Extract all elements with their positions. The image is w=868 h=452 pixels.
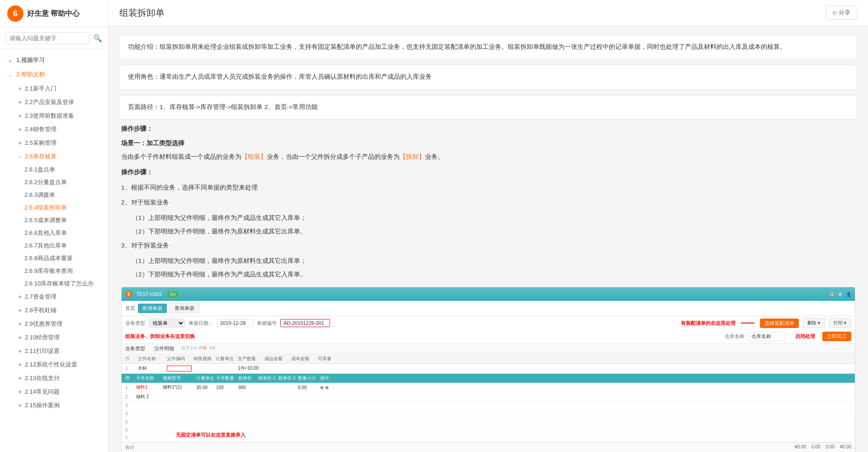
sidebar-item-s265[interactable]: 2.6.5成本调整单 [21,214,108,227]
sidebar-item-s269[interactable]: 2.6.9库存账本查询 [21,265,108,277]
sidebar-item-c26[interactable]: － 2.6库存核算 [14,150,108,163]
app-tab-home[interactable]: 首页 [125,305,135,312]
app-tab-query[interactable]: 查询单据 [170,303,199,314]
parent-code-input[interactable] [168,366,191,371]
date-field[interactable]: 2019-12-28 [217,319,253,327]
confirm-btn[interactable]: 立即完工 [822,332,851,341]
operations-section: 操作步骤： 场景一：加工类型选择 当由多个子件材料组装成一个成品的业务为【组装】… [119,125,857,452]
sidebar-item-s2610[interactable]: 2.6.10库存账本错了怎么办 [21,277,108,290]
operations-label: 操作步骤： [121,168,855,176]
store-field[interactable]: 仓库名称 [748,332,784,341]
upper-table-header: 序 父件名称 父件编码 销售规格 计量单位 生产数量 成品金额 成本金额 可库量 [122,354,855,364]
parent-note: 以下小计 件数: 1件 [181,345,216,352]
app-screenshot-container: 6 TEST-H002 On 🏥 ⚙ 👤 首页 [121,287,855,452]
app-health-btn: 🏥 [829,292,835,297]
plus-icon-c29: ＋ [17,320,25,327]
lower-table: 序 子件名称 规格型号 计量单位 子件数量 税单价 税单价-1 税单价-2 数量… [122,374,855,452]
no-field[interactable]: AD-20191226-001 [280,319,330,327]
step1-text: 1、根据不同的业务，选择不同单据的类型来处理 [121,182,855,194]
nav-section-2: － 2.帮助文档 ＋ 2.1新手入门 ＋ 2.2产品安装及登录 ＋ 2.3使用前… [0,67,108,412]
disassembly-label: 【拆卸】 [400,153,425,160]
nav-sub-children-c26: 2.6.1盘点单 2.6.2分量盘点单 2.6.3调拨单 2.6.4组装拆卸单 … [14,163,108,290]
extra-btn1[interactable]: 删除 ▾ [802,318,825,328]
app-titlebar: 6 TEST-H002 On 🏥 ⚙ 👤 [122,287,855,301]
nav-tree: ＋ 1.视频学习 － 2.帮助文档 ＋ 2.1新手入门 ＋ 2.2产品安装及登录 [0,49,108,452]
sidebar-item-c27[interactable]: ＋ 2.7资金管理 [14,290,108,304]
sidebar-item-c29[interactable]: ＋ 2.9优惠券管理 [14,317,108,331]
sidebar-item-s268[interactable]: 2.6.8商品成本重算 [21,252,108,265]
sidebar-item-s263[interactable]: 2.6.3调拨单 [21,189,108,201]
extra-btn2[interactable]: 打印 ▾ [829,318,851,328]
lower-row-1: 1 辅料1 辅料1*(1) 30.00 100 900 0.00 ⊕ ⊗ [122,383,855,392]
sidebar-item-s264[interactable]: 2.6.4组装拆卸单 [21,201,108,214]
sidebar-item-s267[interactable]: 2.6.7其他出库单 [21,239,108,252]
sidebar-item-video[interactable]: ＋ 1.视频学习 [0,53,108,67]
upper-table: 业务类型 父件明细 以下小计 件数: 1件 序 父件名称 父件编码 销售规格 计… [122,343,855,373]
lower-row-2: 2 辅料 2 [122,392,855,402]
lower-row-4: 4 [122,410,855,418]
step3b-text: （2）下部明细为子件明细，最终作为产成品生成其它入库单。 [121,269,855,281]
step3-text: 3、对于拆装业务 [121,240,855,252]
step2-text: 2、对于组装业务 [121,197,855,209]
app-name: TEST-H002 [136,291,162,297]
sidebar-item-c213[interactable]: ＋ 2.13在线支付 [14,371,108,385]
logo-text: 好生意 帮助中心 [27,9,80,19]
annotation-enable: 启用处理 [795,333,815,340]
sidebar-item-c22[interactable]: ＋ 2.2产品安装及登录 [14,95,108,109]
logo-bar: 6 好生意 帮助中心 [0,0,108,28]
plus-icon-c22: ＋ [17,99,25,105]
sidebar-item-c21[interactable]: ＋ 2.1新手入门 [14,82,108,95]
app-form-section: 业务类型 组装单 拆卸单 单据日期： 2019-12-28 单据编号 AD-20… [122,316,855,343]
intro-block: 功能介绍：组装拆卸单用来处理企业组装或拆卸等加工业务，支持有固定装配清单的产品加… [119,35,857,59]
sidebar-item-c211[interactable]: ＋ 2.11打印设置 [14,344,108,358]
sidebar: 6 好生意 帮助中心 🔍 ＋ 1.视频学习 － 2.帮助文档 ＋ 2.1新手入门 [0,0,108,452]
select-bom-btn[interactable]: 选择装配清单 [760,319,799,328]
sidebar-item-c28[interactable]: ＋ 2.8手机旺铺 [14,304,108,317]
plus-icon-c21: ＋ [17,85,25,92]
search-input[interactable] [5,32,90,44]
plus-icon-c27: ＋ [17,293,25,300]
app-form-row2: 组装业务、拆卸业务在这里切换 仓库名称 仓库名称 启用处理 立即完工 [122,330,855,343]
lower-table-header: 序 子件名称 规格型号 计量单位 子件数量 税单价 税单价-1 税单价-2 数量… [122,374,855,383]
lower-table-footer: 合计 ¥0.00 0.00 0.00 ¥0.00 [122,442,855,452]
sidebar-item-c23[interactable]: ＋ 2.3使用前数据准备 [14,109,108,123]
lower-row-3: 3 [122,402,855,410]
upper-section-header: 业务类型 父件明细 以下小计 件数: 1件 [122,343,855,354]
annotation-biz-type: 组装业务、拆卸业务在这里切换 [125,333,195,340]
label-store: 仓库名称 [725,333,745,340]
sidebar-item-c25[interactable]: ＋ 2.5采购管理 [14,136,108,150]
sidebar-item-c215[interactable]: ＋ 2.15操作案例 [14,399,108,412]
sidebar-item-help-docs[interactable]: － 2.帮助文档 [0,67,108,82]
search-button[interactable]: 🔍 [92,33,103,43]
lower-row-7: 7 [122,434,855,442]
nav-section-1: ＋ 1.视频学习 [0,53,108,67]
page-title: 组装拆卸单 [119,7,165,19]
app-tab-new[interactable]: 新增单据 [138,304,167,313]
plus-icon-c23: ＋ [17,112,25,119]
sidebar-item-c212[interactable]: ＋ 2.12系统个性化设置 [14,358,108,371]
lower-row-5: 5 [122,418,855,426]
app-icon1: ⚙ [838,292,842,297]
label-date: 单据日期： [189,320,213,327]
operations-title: 操作步骤： [121,125,855,133]
sidebar-item-c210[interactable]: ＋ 2.10经营管理 [14,331,108,344]
sidebar-item-s266[interactable]: 2.6.6其他入库单 [21,227,108,239]
type-select[interactable]: 组装单 拆卸单 [149,319,185,328]
red-line1 [741,323,755,324]
share-button[interactable]: ⎋ 分享 [826,5,857,20]
label-type: 业务类型 [125,320,145,327]
plus-icon-c212: ＋ [17,361,25,368]
app-logo-icon: 6 [125,291,132,297]
plus-icon: ＋ [7,57,14,63]
sidebar-item-s262[interactable]: 2.6.2分量盘点单 [21,176,108,189]
step2b-text: （2）下部明细为子件明细，最终作为原材料生成其它出库单。 [121,226,855,238]
sidebar-item-c24[interactable]: ＋ 2.4销售管理 [14,123,108,136]
main-content: 组装拆卸单 ⎋ 分享 功能介绍：组装拆卸单用来处理企业组装或拆卸等加工业务，支持… [108,0,868,452]
minus-icon-c26: － [17,153,25,160]
sidebar-item-c214[interactable]: ＋ 2.14常见问题 [14,385,108,399]
sidebar-item-s261[interactable]: 2.6.1盘点单 [21,163,108,176]
role-block: 使用角色：通常由生产人员或库管人员完成拆装业务的操作，库管人员确认原材料的出库和… [119,65,857,89]
share-icon: ⎋ [833,9,836,16]
plus-icon-c25: ＋ [17,139,25,146]
upper-table-row-1: 1 水杯 1件=10.00 [122,364,855,373]
